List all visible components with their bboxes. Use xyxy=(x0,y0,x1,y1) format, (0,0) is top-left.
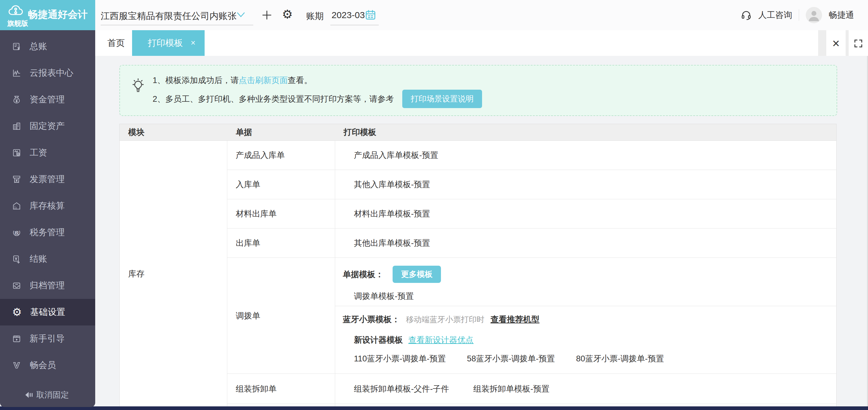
plus-icon xyxy=(261,9,273,21)
username[interactable]: 畅捷通 xyxy=(829,9,854,21)
template-name[interactable]: 组装拆卸单模板-预置 xyxy=(473,383,550,394)
support-link[interactable]: 人工咨询 xyxy=(758,9,792,21)
report-chart-icon xyxy=(12,69,21,78)
ledger-icon xyxy=(12,42,21,51)
module-cell: 库存 xyxy=(120,141,227,407)
sidebar-item-label: 固定资产 xyxy=(30,120,65,132)
sidebar-item-basic-settings[interactable]: ⚙ 基础设置 xyxy=(0,299,95,326)
notice-text: 2、多员工、多打印机、多种业务类型设置不同打印方案等，请参考 xyxy=(153,94,394,104)
invoice-icon xyxy=(12,175,21,184)
sidebar-item-funds[interactable]: 资金管理 xyxy=(0,87,95,113)
period-label: 账期 xyxy=(306,10,324,22)
template-name[interactable]: 其他入库单模板-预置 xyxy=(335,170,836,199)
period-value[interactable]: 2023-03 xyxy=(332,10,365,20)
sidebar-item-label: 基础设置 xyxy=(30,306,65,318)
calendar-icon[interactable] xyxy=(365,9,376,21)
sidebar-item-label: 新手引导 xyxy=(30,333,65,345)
tab-close-icon[interactable]: × xyxy=(191,38,195,48)
refresh-page-link[interactable]: 点击刷新页面 xyxy=(239,75,288,86)
document-name: 出库单 xyxy=(227,229,335,258)
sidebar-item-beginner-guide[interactable]: 新手引导 xyxy=(0,326,95,352)
chevron-down-icon[interactable] xyxy=(236,11,246,18)
app-edition-badge: 旗舰版 xyxy=(7,19,28,28)
topbar-right: 人工咨询 畅捷通 xyxy=(741,0,854,30)
sidebar-item-label: 库存核算 xyxy=(30,200,65,212)
close-icon: × xyxy=(832,37,840,50)
template-name[interactable]: 58蓝牙小票-调拨单-预置 xyxy=(467,353,555,364)
designer-benefits-link[interactable]: 查看新设计器优点 xyxy=(408,335,473,345)
notice-text: 1、模板添加成功后，请 xyxy=(153,75,239,86)
sidebar-item-label: 总账 xyxy=(30,40,47,53)
sidebar-item-vip-member[interactable]: 畅会员 xyxy=(0,352,95,379)
document-name: 材料出库单 xyxy=(227,199,335,228)
template-name[interactable]: 80蓝牙小票-调拨单-预置 xyxy=(576,353,664,364)
scrollbar[interactable] xyxy=(867,56,868,407)
unpin-label: 取消固定 xyxy=(36,389,69,400)
main-area: 江西服宝精品有限责任公司内账张 ⚙ 账期 2023-03 人工咨询 畅捷通 首页… xyxy=(95,0,868,407)
unpin-sidebar-button[interactable]: 取消固定 xyxy=(24,389,69,400)
sidebar-item-cloud-reports[interactable]: 云报表中心 xyxy=(0,60,95,87)
bluetooth-template-label: 蓝牙小票模板： xyxy=(343,314,400,325)
sidebar-item-fixed-assets[interactable]: 固定资产 xyxy=(0,113,95,139)
table-body: 库存 产成品入库单 产成品入库单模板-预置 入库单 其他入库单模板-预置 材料出… xyxy=(120,141,836,407)
table-header: 模块 单据 打印模板 xyxy=(120,124,836,141)
table-row: 材料出库单 材料出库单模板-预置 xyxy=(227,199,836,229)
salary-calculator-icon xyxy=(12,148,21,157)
company-selector[interactable]: 江西服宝精品有限责任公司内账张 xyxy=(101,10,237,22)
template-name[interactable]: 调拨单模板-预置 xyxy=(343,291,836,302)
print-scene-settings-button[interactable]: 打印场景设置说明 xyxy=(402,90,482,108)
lightbulb-icon xyxy=(131,78,145,94)
warehouse-icon xyxy=(12,201,21,210)
sidebar-item-archive[interactable]: 归档管理 xyxy=(0,272,95,299)
document-name: 组装拆卸单 xyxy=(227,374,335,404)
sidebar-item-salary[interactable]: 工资 xyxy=(0,139,95,166)
tab-bar: 首页 打印模板 × × xyxy=(95,30,868,56)
tab-print-template[interactable]: 打印模板 × xyxy=(132,30,205,56)
tab-label: 打印模板 xyxy=(148,37,183,49)
template-name[interactable]: 110蓝牙小票-调拨单-预置 xyxy=(354,353,446,364)
window-buttons: × xyxy=(826,30,868,57)
avatar[interactable] xyxy=(806,7,822,23)
print-template-table: 模块 单据 打印模板 库存 产成品入库单 产成品入库单模板-预置 入库单 其他入… xyxy=(119,124,837,407)
sidebar-item-label: 畅会员 xyxy=(30,359,56,371)
building-icon xyxy=(12,122,21,131)
bluetooth-template-section: 蓝牙小票模板： 移动端蓝牙小票打印时 查看推荐机型 新设计器模板 查看新设计器优… xyxy=(335,306,836,373)
company-underline xyxy=(101,25,253,25)
more-templates-button[interactable]: 更多模板 xyxy=(393,266,441,283)
unpin-icon xyxy=(24,391,34,399)
tab-home[interactable]: 首页 xyxy=(107,30,125,56)
template-name[interactable]: 材料出库单模板-预置 xyxy=(335,199,836,228)
document-template-section: 单据模板： 更多模板 调拨单模板-预置 xyxy=(335,258,836,306)
fullscreen-icon xyxy=(853,38,864,48)
template-name[interactable]: 产成品入库单模板-预置 xyxy=(335,141,836,170)
fullscreen-button[interactable] xyxy=(849,30,868,57)
topbar: 江西服宝精品有限责任公司内账张 ⚙ 账期 2023-03 人工咨询 畅捷通 xyxy=(95,0,868,30)
template-name[interactable]: 其他出库单模板-预置 xyxy=(335,229,836,258)
close-page-button[interactable]: × xyxy=(826,30,846,57)
table-row-transfer: 调拨单 单据模板： 更多模板 调拨单模板-预置 xyxy=(227,258,836,374)
gear-icon: ⚙ xyxy=(12,308,22,317)
guide-video-icon xyxy=(12,334,21,343)
recommended-models-link[interactable]: 查看推荐机型 xyxy=(491,314,539,325)
sidebar-item-invoices[interactable]: 发票管理 xyxy=(0,166,95,193)
sidebar-item-closing[interactable]: 结账 xyxy=(0,246,95,272)
vip-v-icon xyxy=(12,361,21,370)
headset-icon[interactable] xyxy=(741,10,752,21)
tax-icon: 税 xyxy=(12,228,21,237)
notice-line-2: 2、多员工、多打印机、多种业务类型设置不同打印方案等，请参考 打印场景设置说明 xyxy=(153,90,482,108)
app-title: 畅捷通好会计 xyxy=(28,8,88,22)
closing-icon xyxy=(12,254,21,264)
sidebar-item-inventory[interactable]: 库存核算 xyxy=(0,193,95,219)
archive-icon xyxy=(12,281,21,290)
sidebar-item-tax[interactable]: 税 税务管理 xyxy=(0,219,95,246)
sidebar-item-general-ledger[interactable]: 总账 xyxy=(0,33,95,60)
template-name[interactable]: 组装拆卸单模板-父件-子件 xyxy=(354,383,449,394)
add-account-button[interactable] xyxy=(261,9,273,21)
sidebar-item-label: 资金管理 xyxy=(30,94,65,106)
bluetooth-hint: 移动端蓝牙小票打印时 xyxy=(406,314,485,325)
table-row: 出库单 其他出库单模板-预置 xyxy=(227,229,836,258)
column-header-module: 模块 xyxy=(120,127,227,138)
new-designer-label: 新设计器模板 xyxy=(354,335,403,345)
settings-gear-icon[interactable]: ⚙ xyxy=(282,7,293,21)
period-underline xyxy=(330,25,379,25)
